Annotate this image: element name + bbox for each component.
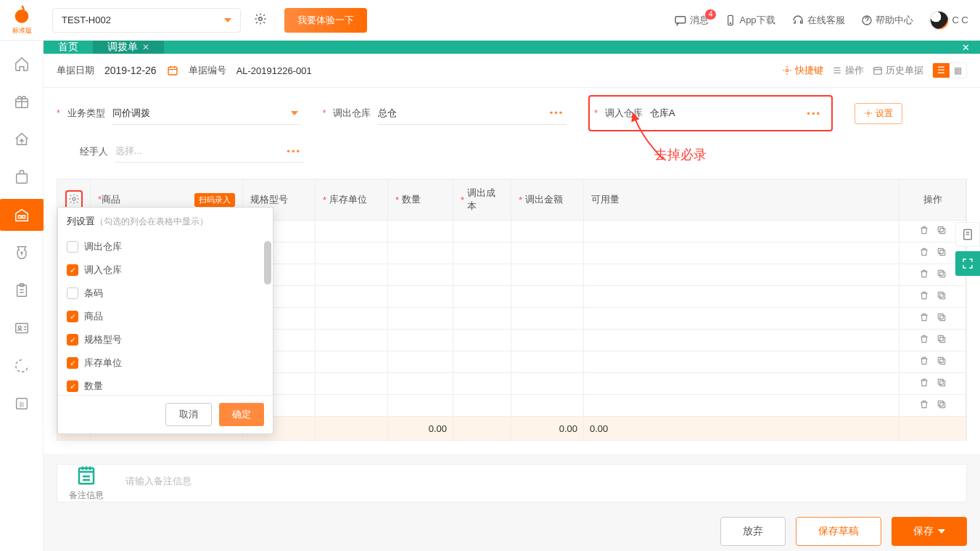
calendar-icon[interactable] (167, 65, 178, 76)
checkbox[interactable]: ✓ (67, 334, 78, 346)
message-icon (674, 14, 687, 27)
copy-icon[interactable] (936, 247, 947, 259)
delete-icon[interactable] (919, 334, 929, 346)
float-actions (955, 222, 980, 276)
sidebar-money[interactable] (0, 237, 44, 269)
field-in-warehouse[interactable]: * 调入仓库 仓库A••• (588, 95, 833, 131)
history-button[interactable]: 历史单据 (873, 64, 923, 77)
user-menu[interactable]: C C (929, 10, 968, 30)
download-button[interactable]: App下载 (725, 14, 775, 27)
out-value: 总仓 (378, 107, 397, 120)
confirm-button[interactable]: 确定 (219, 403, 264, 426)
sidebar-list[interactable] (0, 274, 44, 306)
remark-area: 备注信息 请输入备注信息 (57, 464, 967, 502)
checkbox[interactable]: ✓ (67, 357, 78, 369)
copy-icon[interactable] (936, 290, 947, 303)
column-settings-popover: 列设置（勾选的列会在表格中显示） 调出仓库✓调入仓库条码✓商品✓规格型号✓库存单… (57, 207, 273, 434)
popover-title: 列设置（勾选的列会在表格中显示） (58, 208, 273, 235)
field-out-warehouse[interactable]: * 调出仓库 总仓••• (323, 102, 567, 125)
gift-icon (14, 94, 30, 110)
ops-button[interactable]: 操作 (832, 64, 864, 77)
sidebar-home[interactable] (0, 48, 44, 80)
remark-input[interactable]: 请输入备注信息 (115, 465, 966, 502)
checkbox[interactable]: ✓ (67, 264, 78, 276)
delete-icon[interactable] (919, 377, 929, 390)
table-wrap: *商品扫码录入 规格型号 *库存单位 *数量 *调出成本 *调出金额 可用量 操… (44, 179, 980, 454)
field-handler[interactable]: 经手人 选择...••• (80, 140, 304, 163)
delete-icon[interactable] (919, 247, 929, 259)
tab-home[interactable]: 首页 (44, 41, 93, 54)
delete-icon[interactable] (919, 356, 929, 368)
float-expand-button[interactable] (955, 251, 980, 276)
total-qty: 0.00 (388, 417, 453, 440)
close-icon[interactable]: ✕ (142, 42, 149, 52)
column-option[interactable]: ✓商品 (67, 305, 264, 328)
scrollbar[interactable] (264, 241, 271, 285)
shortcut-button[interactable]: 快捷键 (782, 64, 823, 77)
view-toggle[interactable]: ☰▦ (932, 62, 967, 78)
date-value[interactable]: 2019-12-26 (104, 65, 157, 76)
column-option[interactable]: ✓数量 (67, 375, 264, 395)
svg-point-0 (15, 9, 29, 23)
column-option[interactable]: 调出仓库 (67, 235, 264, 258)
sidebar-warehouse[interactable] (0, 199, 44, 231)
delete-icon[interactable] (919, 312, 929, 325)
sidebar-bag[interactable] (0, 161, 44, 193)
more-icon: ••• (287, 146, 301, 157)
logo[interactable]: 标准版 (0, 4, 44, 36)
bag-icon (14, 169, 30, 185)
column-option[interactable]: ✓规格型号 (67, 328, 264, 351)
message-button[interactable]: 消息 4 (674, 14, 709, 27)
form-area: * 业务类型 同价调拨 * 调出仓库 总仓••• * 调入仓库 仓库A••• 设… (44, 88, 980, 179)
copy-icon[interactable] (936, 312, 947, 325)
help-button[interactable]: 帮助中心 (861, 14, 913, 27)
gear-icon[interactable] (254, 12, 267, 28)
sidebar-in[interactable] (0, 123, 44, 155)
doc-no-label: 单据编号 (189, 64, 226, 77)
checkbox[interactable]: ✓ (67, 311, 78, 322)
more-icon: ••• (550, 107, 564, 118)
view-list-icon: ☰ (933, 63, 950, 78)
checkbox[interactable] (67, 241, 78, 253)
svg-point-4 (730, 23, 731, 23)
column-option-label: 调出仓库 (84, 240, 122, 253)
copy-icon[interactable] (936, 225, 947, 237)
field-biz-type[interactable]: * 业务类型 同价调拨 (57, 102, 301, 125)
sidebar-user[interactable] (0, 312, 44, 344)
delete-icon[interactable] (919, 269, 929, 281)
sidebar-loading[interactable] (0, 350, 44, 382)
float-note-button[interactable] (955, 222, 980, 247)
try-button[interactable]: 我要体验一下 (284, 8, 367, 33)
copy-icon[interactable] (936, 356, 947, 368)
column-option[interactable]: 条码 (67, 282, 264, 305)
column-option[interactable]: ✓库存单位 (67, 351, 264, 375)
delete-icon[interactable] (919, 225, 929, 237)
settings-button[interactable]: 设置 (855, 103, 902, 124)
out-label: 调出仓库 (333, 107, 371, 120)
svg-rect-37 (939, 403, 944, 408)
save-draft-button[interactable]: 保存草稿 (796, 517, 881, 546)
sidebar-new[interactable]: 新 (0, 388, 44, 420)
copy-icon[interactable] (936, 377, 947, 390)
column-option[interactable]: ✓调入仓库 (67, 258, 264, 282)
tab-transfer[interactable]: 调拨单 ✕ (93, 41, 164, 54)
copy-icon[interactable] (936, 334, 947, 346)
save-button[interactable]: 保存 (892, 517, 967, 546)
scan-button[interactable]: 扫码录入 (194, 193, 235, 207)
gear-icon (864, 109, 873, 118)
checkbox[interactable]: ✓ (67, 380, 78, 392)
svg-rect-26 (938, 270, 943, 275)
checkbox[interactable] (67, 287, 78, 299)
abandon-button[interactable]: 放弃 (720, 517, 786, 546)
th-ops: 操作 (899, 179, 966, 220)
copy-icon[interactable] (936, 269, 947, 281)
tabs-close-button[interactable]: ✕ (951, 41, 980, 54)
org-select[interactable]: TEST-H002 (52, 8, 241, 33)
online-service-button[interactable]: 在线客服 (791, 14, 845, 27)
cancel-button[interactable]: 取消 (165, 403, 212, 426)
doc-header: 单据日期 2019-12-26 单据编号 AL-20191226-001 快捷键… (44, 54, 980, 88)
sidebar-gift[interactable] (0, 86, 44, 118)
delete-icon[interactable] (919, 290, 929, 303)
delete-icon[interactable] (919, 399, 929, 412)
copy-icon[interactable] (936, 399, 947, 412)
